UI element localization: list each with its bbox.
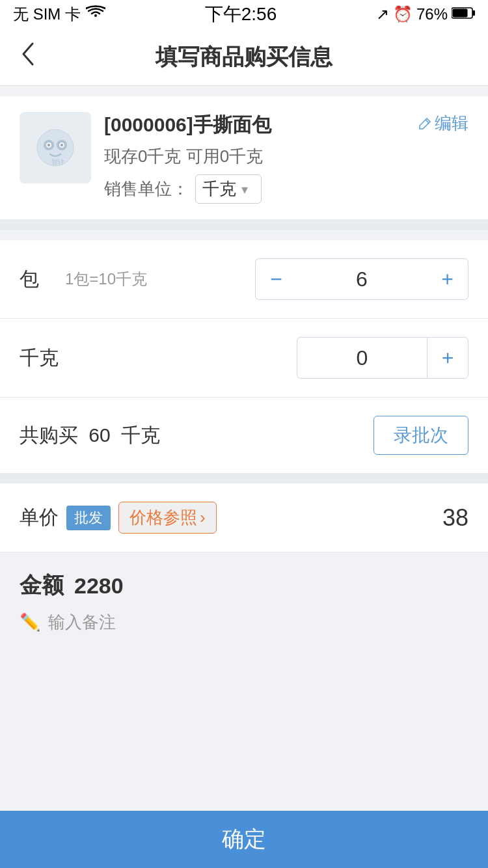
dropdown-arrow: ▾ — [241, 182, 248, 197]
total-amount: 60 — [88, 424, 110, 446]
section-divider-1 — [0, 219, 488, 230]
amount-row: 金额 2280 — [20, 571, 468, 601]
alarm-icon: ⏰ — [393, 5, 413, 23]
amount-section: 金额 2280 ✏️ 输入备注 — [0, 552, 488, 647]
svg-point-9 — [61, 144, 63, 146]
remark-icon: ✏️ — [20, 612, 40, 632]
carrier-text: 无 SIM 卡 — [13, 4, 81, 25]
status-left: 无 SIM 卡 — [13, 4, 105, 25]
kg-label: 千克 — [20, 345, 59, 372]
price-section: 单价 批发 价格参照 › 38 — [0, 483, 488, 552]
bag-row: 包 1包=10千克 − + — [0, 240, 488, 319]
bag-input[interactable] — [297, 258, 427, 300]
input-section: 包 1包=10千克 − + 千克 + — [0, 240, 488, 473]
unit-value: 千克 — [202, 178, 236, 200]
price-tag: 批发 — [66, 506, 111, 530]
batch-button[interactable]: 录批次 — [373, 416, 468, 455]
kg-plus-button[interactable]: + — [427, 337, 468, 379]
unit-selector[interactable]: 千克 ▾ — [195, 174, 262, 204]
price-value: 38 — [442, 504, 468, 532]
confirm-button[interactable]: 确定 — [0, 811, 488, 868]
location-icon: ↗ — [376, 5, 389, 23]
product-info: [0000006]手撕面包 编辑 现存0千克 可用0千克 销售单位： 千克 ▾ — [104, 112, 468, 204]
kg-row: 千克 + — [0, 319, 488, 398]
page-title: 填写商品购买信息 — [156, 42, 332, 72]
time-display: 下午2:56 — [205, 2, 277, 27]
svg-rect-1 — [472, 10, 475, 16]
product-section: 智计 [0000006]手撕面包 编辑 现存0千克 可用0千克 销售单位： 千克 — [0, 96, 488, 219]
bag-hint: 1包=10千克 — [65, 269, 255, 290]
price-label: 单价 — [20, 504, 59, 531]
svg-point-8 — [47, 144, 50, 146]
svg-rect-2 — [453, 9, 468, 18]
section-divider-2 — [0, 473, 488, 483]
amount-label: 金额 — [20, 571, 64, 601]
battery-icon — [452, 5, 475, 23]
product-name: [0000006]手撕面包 — [104, 112, 271, 139]
status-right: ↗ ⏰ 76% — [376, 5, 475, 23]
svg-text:智计: 智计 — [51, 158, 64, 165]
wifi-icon — [86, 5, 105, 23]
product-unit-row: 销售单位： 千克 ▾ — [104, 174, 468, 204]
status-bar: 无 SIM 卡 下午2:56 ↗ ⏰ 76% — [0, 0, 488, 29]
total-row: 共购买 60 千克 录批次 — [0, 398, 488, 473]
amount-value: 2280 — [74, 573, 124, 599]
price-ref-button[interactable]: 价格参照 › — [118, 502, 217, 534]
product-image: 智计 — [20, 112, 91, 183]
confirm-label: 确定 — [222, 824, 266, 854]
bag-label: 包 — [20, 266, 59, 293]
product-name-row: [0000006]手撕面包 编辑 — [104, 112, 468, 139]
unit-label: 销售单位： — [104, 178, 189, 200]
bag-plus-button[interactable]: + — [427, 258, 468, 300]
total-text: 共购买 60 千克 — [20, 422, 160, 449]
bag-controls: − + — [255, 258, 468, 300]
remark-row[interactable]: ✏️ 输入备注 — [20, 611, 468, 634]
back-button[interactable] — [13, 34, 42, 79]
price-row: 单价 批发 价格参照 › 38 — [0, 483, 488, 552]
page-wrapper: 无 SIM 卡 下午2:56 ↗ ⏰ 76% — [0, 0, 488, 868]
edit-button[interactable]: 编辑 — [418, 112, 468, 135]
bag-minus-button[interactable]: − — [255, 258, 297, 300]
remark-label: 输入备注 — [48, 611, 116, 634]
kg-input[interactable] — [297, 337, 427, 379]
product-stock: 现存0千克 可用0千克 — [104, 145, 468, 168]
battery-text: 76% — [416, 5, 448, 23]
kg-controls: + — [297, 337, 468, 379]
nav-bar: 填写商品购买信息 — [0, 29, 488, 86]
